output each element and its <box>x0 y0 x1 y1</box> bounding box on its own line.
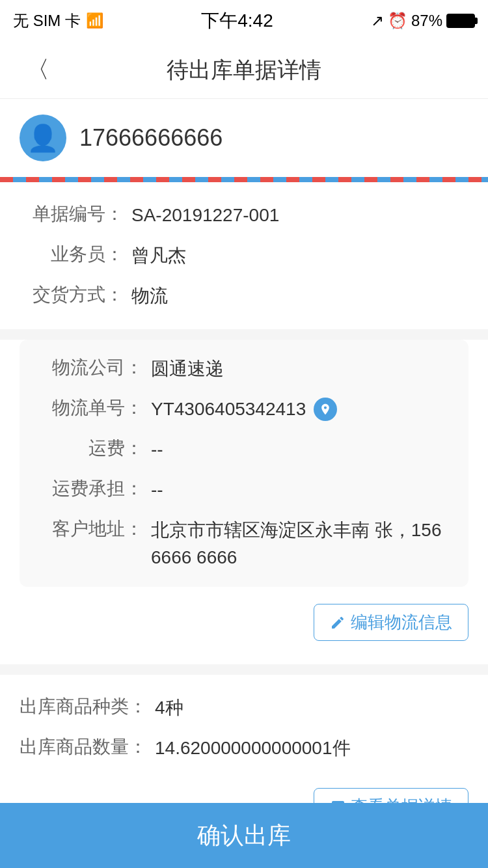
delivery-label: 交货方式： <box>20 282 124 307</box>
page-title: 待出库单据详情 <box>167 55 321 85</box>
order-no-row: 单据编号： SA-20191227-001 <box>20 202 468 229</box>
order-info-section: 单据编号： SA-20191227-001 业务员： 曾凡杰 交货方式： 物流 <box>0 182 488 329</box>
avatar: 👤 <box>20 115 66 161</box>
battery-percent: 87% <box>411 12 442 30</box>
edit-logistics-label: 编辑物流信息 <box>351 611 452 634</box>
confirm-outbound-button[interactable]: 确认出库 <box>0 803 488 868</box>
order-no-label: 单据编号： <box>20 202 124 226</box>
location-status-icon: ↗ <box>371 12 384 30</box>
logistics-address-label: 客户地址： <box>39 517 143 541</box>
logistics-tracking-row: 物流单号： YT4306405342413 <box>39 396 449 423</box>
logistics-tracking-label: 物流单号： <box>39 396 143 420</box>
customer-phone: 17666666666 <box>79 124 223 152</box>
salesperson-value: 曾凡杰 <box>131 242 468 269</box>
edit-logistics-button[interactable]: 编辑物流信息 <box>314 604 468 641</box>
salesperson-label: 业务员： <box>20 242 124 267</box>
logistics-freight-bearer-label: 运费承担： <box>39 476 143 501</box>
nav-bar: 〈 待出库单据详情 <box>0 42 488 99</box>
goods-qty-value: 14.620000000000001件 <box>155 735 468 762</box>
battery-icon <box>446 14 475 28</box>
delivery-row: 交货方式： 物流 <box>20 282 468 310</box>
back-button[interactable]: 〈 <box>20 47 56 92</box>
avatar-icon: 👤 <box>27 123 59 154</box>
tracking-location-icon[interactable] <box>314 398 337 421</box>
delivery-value: 物流 <box>131 282 468 310</box>
alarm-icon: ⏰ <box>388 12 407 30</box>
section-separator <box>0 664 488 675</box>
logistics-freight-label: 运费： <box>39 436 143 461</box>
confirm-outbound-label: 确认出库 <box>197 820 291 852</box>
logistics-freight-bearer-row: 运费承担： -- <box>39 476 449 504</box>
goods-types-label: 出库商品种类： <box>20 694 147 719</box>
logistics-address-row: 客户地址： 北京市市辖区海淀区永丰南 张，156 6666 6666 <box>39 517 449 571</box>
logistics-freight-row: 运费： -- <box>39 436 449 463</box>
logistics-freight-bearer-value: -- <box>151 476 449 504</box>
logistics-tracking-value: YT4306405342413 <box>151 396 449 423</box>
carrier-label: 无 SIM 卡 <box>13 10 81 31</box>
logistics-address-value: 北京市市辖区海淀区永丰南 张，156 6666 6666 <box>151 517 449 571</box>
salesperson-row: 业务员： 曾凡杰 <box>20 242 468 269</box>
goods-qty-label: 出库商品数量： <box>20 735 147 759</box>
goods-types-row: 出库商品种类： 4种 <box>20 694 468 722</box>
status-bar: 无 SIM 卡 📶 下午4:42 ↗ ⏰ 87% <box>0 0 488 42</box>
goods-types-value: 4种 <box>155 694 468 722</box>
status-time: 下午4:42 <box>201 8 273 33</box>
dashed-divider <box>0 177 488 182</box>
edit-btn-container: 编辑物流信息 <box>0 597 488 654</box>
logistics-company-value: 圆通速递 <box>151 355 449 383</box>
status-left: 无 SIM 卡 📶 <box>13 10 103 31</box>
status-right: ↗ ⏰ 87% <box>371 12 475 30</box>
order-no-value: SA-20191227-001 <box>131 202 468 229</box>
goods-qty-row: 出库商品数量： 14.620000000000001件 <box>20 735 468 762</box>
logistics-company-label: 物流公司： <box>39 355 143 380</box>
customer-section: 👤 17666666666 <box>0 99 488 177</box>
logistics-section: 物流公司： 圆通速递 物流单号： YT4306405342413 运费： -- … <box>0 340 488 664</box>
logistics-company-row: 物流公司： 圆通速递 <box>39 355 449 383</box>
logistics-card: 物流公司： 圆通速递 物流单号： YT4306405342413 运费： -- … <box>20 340 468 587</box>
wifi-icon: 📶 <box>86 12 103 29</box>
logistics-freight-value: -- <box>151 436 449 463</box>
